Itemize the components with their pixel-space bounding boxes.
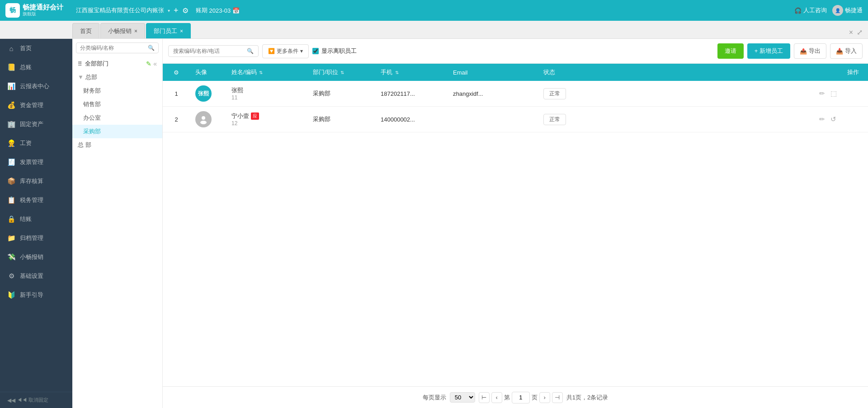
sidebar-item-general-ledger[interactable]: 📒 总账 [0, 58, 72, 77]
employee-search-box[interactable]: 🔍 [168, 45, 259, 57]
filter-button[interactable]: 🔽 更多条件 ▾ [262, 44, 309, 58]
sidebar-item-invoice-label: 发票管理 [20, 158, 43, 166]
tax-icon: 📋 [7, 196, 15, 204]
row2-tag: 应 [251, 113, 259, 120]
settings-nav-icon: ⚙ [7, 272, 15, 280]
calendar-icon: 📅 [232, 7, 240, 14]
all-dept-header[interactable]: ⠿ 全部部门 ✎ « [72, 57, 162, 70]
row1-code: 11 [231, 94, 302, 101]
main-area: ⌂ 首页 📒 总账 📊 云报表中心 💰 资金管理 🏢 固定资产 👷 工资 🧾 发… [0, 39, 868, 408]
col-dept[interactable]: 部门/职位 ⇅ [307, 64, 375, 81]
period-value: 2023-03 [209, 7, 231, 14]
col-action: 操作 [814, 64, 868, 81]
row2-avatar [195, 111, 212, 127]
sidebar-item-close[interactable]: 🔒 结账 [0, 210, 72, 229]
guide-icon: 🔰 [7, 291, 15, 299]
settings-col-icon[interactable]: ⚙ [174, 69, 179, 76]
dept-search-box[interactable]: 🔍 [76, 42, 159, 53]
user-menu[interactable]: 👤 畅捷通 [832, 5, 863, 16]
per-page-label: 每页显示 [423, 394, 446, 402]
row2-email [448, 107, 538, 132]
top-header: 畅 畅捷通好会计 旗舰版 江西服宝精品有限责任公司内账张 ▾ + ⚙ 账期 20… [0, 0, 868, 21]
dept-node-general[interactable]: ▼总部 [72, 70, 162, 84]
collapse-dept-icon[interactable]: « [153, 60, 157, 67]
export-button[interactable]: 📤 导出 [794, 43, 826, 59]
pagination: 每页显示 50 10 20 100 ⊢ ‹ 第 [163, 386, 868, 408]
dept-node-general2[interactable]: 总 部 [72, 138, 162, 152]
name-sort-icon: ⇅ [259, 70, 263, 75]
per-page-selector[interactable]: 50 10 20 100 [450, 392, 475, 403]
col-name[interactable]: 姓名/编码 ⇅ [226, 64, 307, 81]
row1-logout-icon[interactable]: ⬚ [830, 89, 837, 98]
tab-expense[interactable]: 小畅报销 × [100, 23, 145, 38]
tab-expense-close[interactable]: × [134, 28, 137, 34]
window-close-icon[interactable]: × [849, 28, 853, 37]
ledger-icon: 📒 [7, 63, 15, 71]
page-number-input[interactable] [512, 392, 530, 403]
show-resigned-checkbox[interactable] [312, 48, 319, 54]
row2-edit-icon[interactable]: ✏ [819, 115, 825, 123]
sidebar-item-inventory[interactable]: 📦 库存核算 [0, 172, 72, 191]
row2-refresh-icon[interactable]: ↺ [830, 115, 836, 123]
row2-name-code: 宁小壹 应 12 [231, 112, 302, 127]
tab-employee-close[interactable]: × [180, 28, 183, 34]
sidebar-item-archive[interactable]: 📁 归档管理 [0, 229, 72, 248]
sidebar-item-home[interactable]: ⌂ 首页 [0, 39, 72, 58]
company-selector[interactable]: 江西服宝精品有限责任公司内账张 ▾ [76, 6, 170, 14]
dept-search-input[interactable] [80, 45, 148, 51]
table-row: 2 宁小壹 [163, 107, 868, 132]
add-employee-button[interactable]: + 新增员工 [747, 43, 790, 59]
row1-status-badge: 正常 [543, 88, 566, 99]
row1-name-code: 张熙 11 [231, 86, 302, 101]
sidebar-item-settings[interactable]: ⚙ 基础设置 [0, 267, 72, 286]
sidebar-item-general-ledger-label: 总账 [20, 63, 32, 71]
filter-label: 更多条件 [277, 47, 298, 55]
svg-point-0 [202, 116, 205, 120]
last-page-button[interactable]: ⊣ [552, 392, 563, 403]
col-phone[interactable]: 手机 ⇅ [375, 64, 448, 81]
sidebar-pin-button[interactable]: ◀◀ ◀◀ 取消固定 [0, 392, 72, 408]
tab-employee[interactable]: 部门员工 × [146, 23, 191, 38]
period-selector[interactable]: 账期 2023-03 📅 [196, 6, 240, 14]
next-page-button[interactable]: › [539, 392, 550, 403]
funds-icon: 💰 [7, 101, 15, 109]
sidebar-item-xiaochang[interactable]: 💸 小畅报销 [0, 248, 72, 267]
add-company-button[interactable]: + [174, 6, 179, 15]
payroll-icon: 👷 [7, 139, 15, 147]
window-expand-icon[interactable]: ⤢ [857, 28, 863, 37]
assets-icon: 🏢 [7, 120, 15, 128]
import-button[interactable]: 📥 导入 [830, 43, 863, 59]
row2-actions: ✏ ↺ [819, 115, 863, 123]
employee-table: ⚙ 头像 姓名/编码 ⇅ 部门/职位 ⇅ 手机 ⇅ [163, 64, 868, 132]
prev-page-button[interactable]: ‹ [491, 392, 502, 403]
dept-node-office[interactable]: 办公室 [72, 111, 162, 125]
reports-icon: 📊 [7, 82, 15, 90]
col-email: Email [448, 64, 538, 81]
sidebar-item-funds[interactable]: 💰 资金管理 [0, 96, 72, 115]
tab-home[interactable]: 首页 [72, 23, 99, 38]
inventory-icon: 📦 [7, 177, 15, 185]
row1-edit-icon[interactable]: ✏ [819, 89, 825, 98]
logo-icon: 畅 [5, 3, 20, 18]
dept-node-sales[interactable]: 销售部 [72, 98, 162, 111]
invite-button[interactable]: 邀请 [717, 43, 744, 59]
row1-name: 张熙 [231, 86, 302, 94]
sidebar-item-reports[interactable]: 📊 云报表中心 [0, 77, 72, 96]
sidebar-item-tax[interactable]: 📋 税务管理 [0, 191, 72, 210]
xiaochang-icon: 💸 [7, 253, 15, 261]
sidebar-item-guide[interactable]: 🔰 新手引导 [0, 286, 72, 305]
edit-dept-icon[interactable]: ✎ [146, 60, 151, 67]
sidebar-item-invoice[interactable]: 🧾 发票管理 [0, 153, 72, 172]
col-status: 状态 [538, 64, 814, 81]
service-button[interactable]: 🎧 人工咨询 [794, 6, 827, 14]
employee-search-input[interactable] [173, 48, 247, 54]
content-inner: 🔍 ⠿ 全部部门 ✎ « ▼总部 财务部 [72, 39, 868, 408]
show-resigned-label[interactable]: 显示离职员工 [312, 47, 357, 55]
first-page-button[interactable]: ⊢ [479, 392, 490, 403]
sidebar-item-fixed-assets[interactable]: 🏢 固定资产 [0, 115, 72, 134]
dept-node-purchase[interactable]: 采购部 [72, 125, 162, 138]
dept-node-finance[interactable]: 财务部 [72, 84, 162, 98]
sidebar-item-payroll[interactable]: 👷 工资 [0, 134, 72, 153]
settings-icon[interactable]: ⚙ [182, 6, 189, 15]
per-page-select[interactable]: 50 10 20 100 [450, 392, 475, 403]
